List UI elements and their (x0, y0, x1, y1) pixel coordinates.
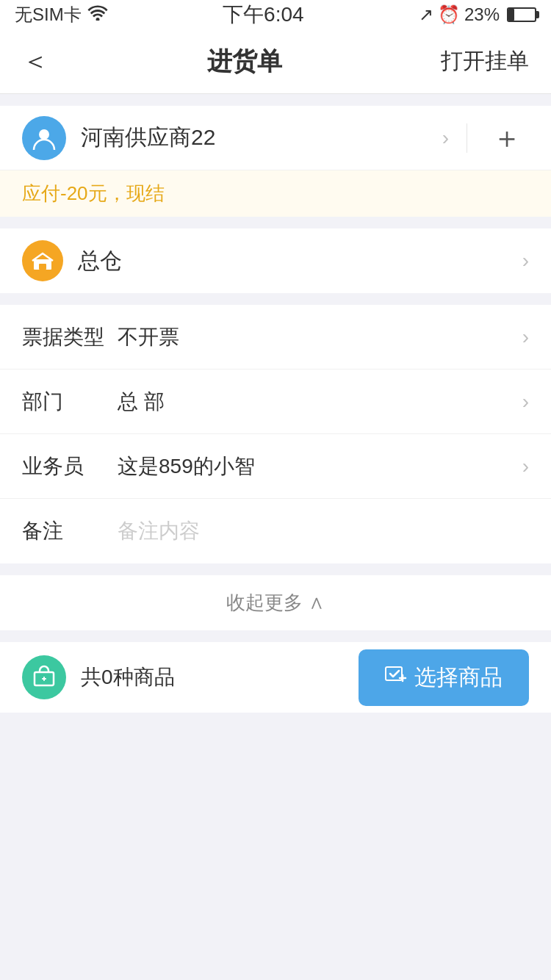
back-button[interactable]: ＜ (22, 43, 48, 79)
form-row-department[interactable]: 部门 总 部 › (0, 370, 551, 434)
status-time: 下午6:04 (223, 1, 304, 29)
add-button[interactable]: ＋ (485, 118, 529, 158)
page-title: 进货单 (207, 45, 282, 79)
supplier-name: 河南供应商22 (81, 123, 442, 153)
supplier-card: 河南供应商22 › ＋ 应付-20元，现结 (0, 106, 551, 217)
gray-fill-area (0, 713, 551, 948)
select-product-button[interactable]: 选择商品 (359, 649, 529, 706)
warehouse-card: 总仓 › (0, 228, 551, 293)
svg-rect-2 (39, 264, 46, 270)
department-label: 部门 (22, 388, 110, 416)
content-area: 河南供应商22 › ＋ 应付-20元，现结 总仓 › 票据类型 不开票 (0, 94, 551, 948)
bottom-bar: 共0种商品 选择商品 (0, 642, 551, 713)
department-value: 总 部 (110, 388, 522, 416)
supplier-chevron: › (442, 126, 449, 150)
battery-percent: 23% (464, 4, 500, 25)
svg-point-0 (39, 129, 49, 140)
salesperson-value: 这是859的小智 (110, 453, 522, 480)
battery-icon (507, 7, 536, 22)
warehouse-row[interactable]: 总仓 › (0, 228, 551, 293)
divider (467, 123, 467, 153)
invoice-label: 票据类型 (22, 323, 110, 351)
product-count: 共0种商品 (81, 663, 359, 691)
department-chevron: › (522, 390, 529, 414)
supplier-avatar (22, 116, 66, 160)
status-right: ↗ ⏰ 23% (419, 4, 536, 25)
supplier-row[interactable]: 河南供应商22 › ＋ (0, 106, 551, 170)
remark-label: 备注 (22, 517, 110, 545)
invoice-chevron: › (522, 325, 529, 349)
notice-text: 应付-20元，现结 (22, 182, 165, 204)
invoice-value: 不开票 (110, 323, 522, 351)
gps-icon: ↗ (419, 4, 433, 25)
status-left: 无SIM卡 (15, 3, 108, 26)
open-pending-button[interactable]: 打开挂单 (441, 46, 529, 76)
wifi-icon (87, 4, 108, 25)
remark-input[interactable]: 备注内容 (110, 517, 529, 545)
warehouse-icon-wrap (22, 240, 63, 281)
collapse-toggle[interactable]: 收起更多 ∧ (0, 575, 551, 630)
form-card: 票据类型 不开票 › 部门 总 部 › 业务员 这是859的小智 › 备注 备注… (0, 305, 551, 563)
salesperson-chevron: › (522, 455, 529, 478)
status-bar: 无SIM卡 下午6:04 ↗ ⏰ 23% (0, 0, 551, 29)
alarm-icon: ⏰ (438, 4, 460, 25)
product-icon-wrap (22, 655, 66, 699)
carrier-label: 无SIM卡 (15, 3, 82, 26)
select-icon (385, 666, 407, 689)
form-row-invoice[interactable]: 票据类型 不开票 › (0, 305, 551, 370)
notice-bar: 应付-20元，现结 (0, 170, 551, 217)
form-row-salesperson[interactable]: 业务员 这是859的小智 › (0, 434, 551, 499)
warehouse-name: 总仓 (78, 246, 522, 276)
warehouse-chevron: › (522, 249, 529, 273)
salesperson-label: 业务员 (22, 453, 110, 480)
form-row-remark[interactable]: 备注 备注内容 (0, 499, 551, 563)
select-btn-label: 选择商品 (414, 663, 503, 693)
nav-bar: ＜ 进货单 打开挂单 (0, 29, 551, 94)
